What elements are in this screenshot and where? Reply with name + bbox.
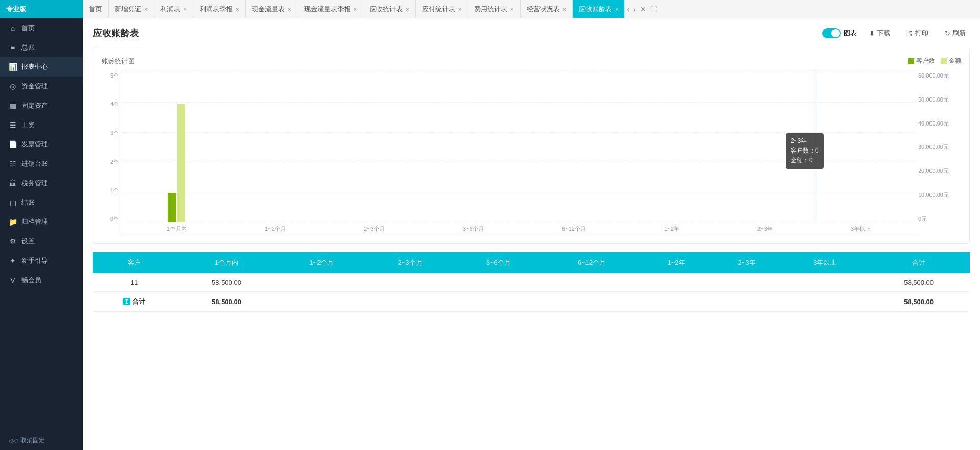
unpin-button[interactable]: ◁◁ 取消固定 (0, 431, 83, 450)
download-icon: ⬇ (869, 30, 875, 37)
col-m1: 1个月内 (176, 252, 278, 273)
bar-group-m1 (168, 104, 185, 222)
guide-icon: ✦ (8, 257, 17, 265)
tab-close-icon[interactable]: × (458, 6, 461, 12)
tab-close-icon[interactable]: × (144, 6, 148, 12)
tab-close-icon[interactable]: × (510, 6, 513, 12)
tab-new-voucher[interactable]: 新增凭证 × (109, 0, 154, 18)
tab-close-icon[interactable]: × (288, 6, 291, 12)
home-icon: ⌂ (8, 24, 17, 32)
print-button[interactable]: 🖨 打印 (902, 27, 933, 40)
table-header-row: 客户 1个月内 1~2个月 2~3个月 3~6个月 6~12个月 1~2年 2~… (93, 252, 970, 273)
total-y3plus (782, 292, 868, 312)
tax-icon: 🏛 (8, 179, 17, 187)
cell-y3plus (782, 273, 868, 292)
cell-y23 (712, 273, 782, 292)
tab-payable-stats[interactable]: 应付统计表 × (416, 0, 468, 18)
cell-m612 (543, 273, 641, 292)
sidebar-item-reports[interactable]: 📊 报表中心 (0, 57, 83, 77)
tab-receivable-aging[interactable]: 应收账龄表 × (573, 0, 625, 18)
sidebar-item-label: 总账 (21, 43, 35, 52)
tab-close-all-button[interactable]: ✕ (638, 0, 648, 18)
sidebar-item-closing[interactable]: ◫ 结账 (0, 193, 83, 212)
sidebar-item-tax[interactable]: 🏛 税务管理 (0, 173, 83, 193)
assets-icon: ▦ (8, 102, 17, 110)
sidebar-item-inventory[interactable]: ☷ 进销台账 (0, 154, 83, 173)
col-m12: 1~2个月 (278, 252, 366, 273)
cell-m23 (366, 273, 454, 292)
sidebar-item-label: 设置 (21, 237, 35, 246)
sidebar-item-label: 结账 (21, 198, 35, 207)
sidebar-item-guide[interactable]: ✦ 新手引导 (0, 251, 83, 270)
cell-y12 (641, 273, 712, 292)
sidebar-item-label: 畅会员 (21, 276, 41, 285)
sidebar-item-label: 发票管理 (21, 140, 48, 149)
total-m23 (366, 292, 454, 312)
cell-customer: 11 (93, 273, 176, 292)
tab-close-icon[interactable]: × (236, 6, 239, 12)
tab-close-icon[interactable]: × (615, 6, 618, 12)
sidebar-item-vip[interactable]: V 畅会员 (0, 270, 83, 290)
reports-icon: 📊 (8, 63, 17, 71)
cell-m12 (278, 273, 366, 292)
col-y12: 1~2年 (641, 252, 712, 273)
tab-close-icon[interactable]: × (183, 6, 186, 12)
salary-icon: ☰ (8, 121, 17, 129)
sidebar-item-invoice[interactable]: 📄 发票管理 (0, 135, 83, 154)
col-m612: 6~12个月 (543, 252, 641, 273)
col-total: 合计 (868, 252, 970, 273)
tab-receivable-stats[interactable]: 应收统计表 × (363, 0, 415, 18)
sidebar-item-settings[interactable]: ⚙ 设置 (0, 232, 83, 251)
download-button[interactable]: ⬇ 下载 (865, 27, 894, 40)
refresh-button[interactable]: ↻ 刷新 (941, 27, 970, 40)
tab-next-button[interactable]: › (631, 0, 638, 18)
total-m12 (278, 292, 366, 312)
sidebar-item-ledger[interactable]: ≡ 总账 (0, 38, 83, 57)
sidebar-item-salary[interactable]: ☰ 工资 (0, 115, 83, 135)
sidebar-item-capital[interactable]: ◎ 资金管理 (0, 77, 83, 96)
col-m23: 2~3个月 (366, 252, 454, 273)
invoice-icon: 📄 (8, 140, 17, 148)
sidebar-item-assets[interactable]: ▦ 固定资产 (0, 96, 83, 115)
chart-inner: 1个月内 1~2个月 2~3个月 3~6个月 6~12个月 1~2年 2~3年 … (122, 72, 915, 235)
tab-close-icon[interactable]: × (563, 6, 566, 12)
total-m36 (454, 292, 543, 312)
legend-amount: 金额 (941, 57, 961, 65)
sidebar-item-archive[interactable]: 📁 归档管理 (0, 212, 83, 232)
tab-close-icon[interactable]: × (406, 6, 409, 12)
sidebar-item-home[interactable]: ⌂ 首页 (0, 18, 83, 38)
tab-cashflow[interactable]: 现金流量表 × (246, 0, 298, 18)
cell-m1: 58,500.00 (176, 273, 278, 292)
chart-container: 账龄统计图 客户数 金额 5个 4个 3个 2个 1个 (93, 48, 970, 244)
legend-amount-label: 金额 (949, 57, 961, 65)
sidebar-item-label: 固定资产 (21, 101, 48, 110)
print-icon: 🖨 (906, 30, 913, 37)
table-row: 11 58,500.00 58,500.00 (93, 273, 970, 292)
chart-toggle[interactable] (822, 28, 841, 38)
capital-icon: ◎ (8, 82, 17, 90)
sidebar-item-label: 工资 (21, 120, 35, 130)
chart-hover-line (816, 72, 816, 222)
tab-expense-stats[interactable]: 费用统计表 × (468, 0, 520, 18)
col-y3plus: 3年以上 (782, 252, 868, 273)
sidebar-item-label: 新手引导 (21, 256, 48, 265)
tab-home[interactable]: 首页 (83, 0, 109, 18)
tab-profit[interactable]: 利润表 × (154, 0, 193, 18)
refresh-icon: ↻ (945, 30, 950, 37)
total-m612 (543, 292, 641, 312)
total-label-cell: Σ 合计 (93, 292, 176, 312)
tab-profit-quarter[interactable]: 利润表季报 × (193, 0, 246, 18)
y-axis-left: 5个 4个 3个 2个 1个 0个 (102, 72, 122, 235)
aging-table: 客户 1个月内 1~2个月 2~3个月 3~6个月 6~12个月 1~2年 2~… (93, 252, 970, 312)
bar-amount-m1 (177, 104, 185, 222)
total-row: Σ 合计 58,500.00 58,500.00 (93, 292, 970, 312)
total-y23 (712, 292, 782, 312)
content-area: 应收账龄表 图表 ⬇ 下载 🖨 打印 ↻ 刷新 (83, 18, 980, 450)
col-y23: 2~3年 (712, 252, 782, 273)
tab-maximize-button[interactable]: ⛶ (648, 0, 659, 18)
tab-cashflow-quarter[interactable]: 现金流量表季报 × (298, 0, 363, 18)
tab-prev-button[interactable]: ‹ (625, 0, 631, 18)
tab-close-icon[interactable]: × (354, 6, 357, 12)
tab-business-status[interactable]: 经营状况表 × (521, 0, 573, 18)
chart-title: 账龄统计图 (102, 57, 961, 66)
